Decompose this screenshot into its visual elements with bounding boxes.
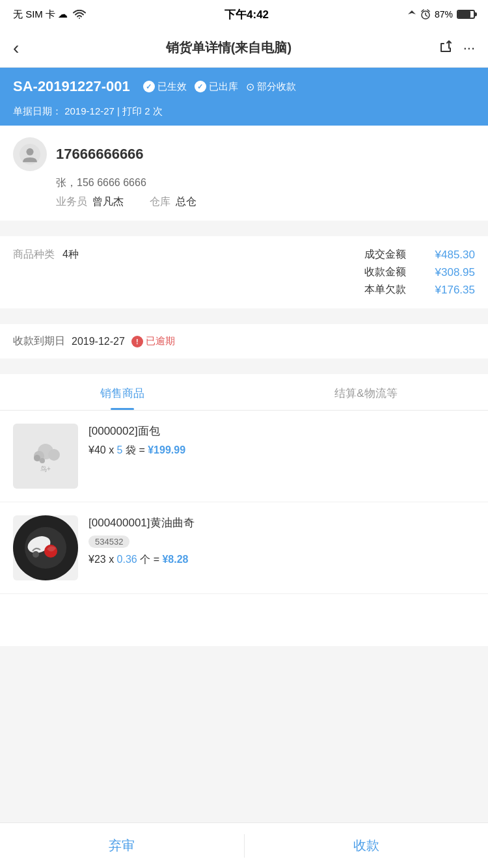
nav-title: 销货单详情(来自电脑) [166,39,291,57]
goods-count: 4种 [62,248,79,262]
product-item-2: [000400001]黄油曲奇 534532 ¥23 x 0.36 个 = ¥8… [0,502,488,594]
wifi-icon [73,10,86,19]
overdue-badge: ! 已逾期 [131,335,175,347]
battery-percent: 87% [435,9,453,20]
debt-row: 本单欠款 ¥176.35 [364,283,475,297]
check-icon-1: ✓ [143,81,155,92]
svg-point-2 [26,148,33,156]
stats-right: 成交金额 ¥485.30 收款金额 ¥308.95 本单欠款 ¥176.35 [364,248,475,297]
order-date: 2019-12-27 [64,105,115,116]
svg-point-8 [40,458,45,463]
status-right: 87% [407,9,475,20]
status-tag-partial: ⊙ 部分收款 [246,81,296,93]
due-date: 2019-12-27 [72,336,125,347]
salesperson-value: 曾凡杰 [92,195,124,209]
customer-phone: 17666666666 [56,146,144,163]
product-title-2: 黄油曲奇 [150,517,195,529]
goods-type-label: 商品种类 [13,248,55,262]
product-id-1: [0000002] [88,425,138,437]
debt-value: ¥176.35 [416,284,475,297]
battery-icon [457,10,475,19]
product-id-2: [000400001] [88,517,150,529]
divider-3 [0,359,488,366]
tab-sales-goods-label: 销售商品 [100,387,144,400]
date-info: 单据日期： 2019-12-27 | 打印 2 次 [13,105,475,118]
back-button[interactable]: ‹ [13,38,19,59]
stats-left: 商品种类 4种 [13,248,79,262]
svg-point-7 [34,455,40,461]
nav-left: ‹ [13,38,19,59]
status-tag-active: ✓ 已生效 [143,81,187,93]
nav-right: ··· [439,39,475,57]
customer-avatar [13,137,47,171]
tab-sales-goods[interactable]: 销售商品 [0,374,244,410]
status-left: 无 SIM 卡 ☁ [13,8,86,21]
header-banner: SA-20191227-001 ✓ 已生效 ✓ 已出库 ⊙ 部分收款 单据日期：… [0,68,488,126]
divider-2 [0,308,488,316]
svg-text:鸟+: 鸟+ [40,465,51,472]
product-price-2: ¥23 x 0.36 个 = ¥8.28 [88,553,475,567]
warehouse-item: 仓库 总仓 [150,195,197,209]
salesperson-item: 业务员 曾凡杰 [56,195,124,209]
status-active-label: 已生效 [157,81,187,93]
product-price-1: ¥40 x 5 袋 = ¥199.99 [88,444,475,457]
warehouse-label: 仓库 [150,195,170,209]
salesperson-label: 业务员 [56,195,87,209]
due-section: 收款到期日 2019-12-27 ! 已逾期 [0,324,488,359]
confirm-button[interactable]: 收款 [245,828,489,863]
overdue-icon: ! [131,336,143,347]
check-icon-2: ✓ [195,81,206,92]
status-time: 下午4:42 [224,7,269,22]
tabs-section: 销售商品 结算&物流等 [0,374,488,411]
status-tags: ✓ 已生效 ✓ 已出库 ⊙ 部分收款 [143,81,296,93]
tab-settlement-label: 结算&物流等 [334,387,397,400]
nav-bar: ‹ 销货单详情(来自电脑) ··· [0,29,488,68]
date-label: 单据日期： [13,105,62,116]
svg-point-13 [33,551,39,558]
status-partial-label: 部分收款 [257,81,296,93]
customer-meta: 业务员 曾凡杰 仓库 总仓 [13,195,475,209]
status-tag-shipped: ✓ 已出库 [195,81,238,93]
product-badge-2: 534532 [88,536,129,548]
products-section: 鸟+ [0000002]面包 ¥40 x 5 袋 = ¥199.99 [0,411,488,646]
payment-row: 收款金额 ¥308.95 [364,265,475,279]
print-info: | 打印 2 次 [117,105,163,116]
deal-amount-row: 成交金额 ¥485.30 [364,248,475,262]
customer-name: 张，156 6666 6666 [13,176,475,190]
product-name-1: [0000002]面包 [88,424,475,439]
status-bar: 无 SIM 卡 ☁ 下午4:42 87% [0,0,488,29]
cancel-button[interactable]: 弃审 [0,828,244,863]
customer-row: 17666666666 [13,137,475,171]
order-id: SA-20191227-001 [13,78,130,95]
debt-label: 本单欠款 [364,283,406,297]
more-button[interactable]: ··· [463,40,475,57]
product-thumb-2 [13,515,78,580]
location-icon [407,10,416,19]
sim-label: 无 SIM 卡 ☁ [13,8,68,21]
product-title-1: 面包 [138,425,160,437]
svg-point-5 [48,449,60,461]
divider-1 [0,221,488,228]
bottom-spacer [0,594,488,646]
alarm-icon [420,9,431,20]
customer-section: 17666666666 张，156 6666 6666 业务员 曾凡杰 仓库 总… [0,126,488,221]
payment-value: ¥308.95 [416,266,475,279]
product-thumb-1: 鸟+ [13,424,78,489]
product-name-2: [000400001]黄油曲奇 [88,515,475,530]
product-info-1: [0000002]面包 ¥40 x 5 袋 = ¥199.99 [88,424,475,457]
payment-label: 收款金额 [364,265,406,279]
clock-icon: ⊙ [246,81,254,93]
share-button[interactable] [439,39,453,57]
overdue-text: 已逾期 [146,335,175,347]
stats-row: 商品种类 4种 成交金额 ¥485.30 收款金额 ¥308.95 本单欠款 ¥… [13,248,475,297]
status-shipped-label: 已出库 [209,81,238,93]
tab-settlement[interactable]: 结算&物流等 [244,374,488,410]
product-info-2: [000400001]黄油曲奇 534532 ¥23 x 0.36 个 = ¥8… [88,515,475,567]
stats-section: 商品种类 4种 成交金额 ¥485.30 收款金额 ¥308.95 本单欠款 ¥… [0,236,488,308]
deal-amount-value: ¥485.30 [416,249,475,262]
bottom-bar: 弃审 收款 [0,822,488,868]
due-label: 收款到期日 [13,334,65,348]
warehouse-value: 总仓 [176,195,197,209]
deal-amount-label: 成交金额 [364,248,406,262]
product-item-1: 鸟+ [0000002]面包 ¥40 x 5 袋 = ¥199.99 [0,411,488,502]
